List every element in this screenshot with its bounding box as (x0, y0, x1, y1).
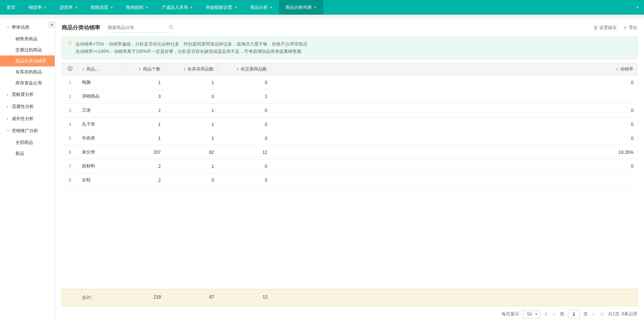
tab-label: 商品分析 (250, 4, 268, 11)
top-tab[interactable]: 商品分析列表× (279, 0, 323, 15)
tip-line-1: 当动销率<70%：动销率偏低，分析是否存在品种过多，特别是同质同类品种过多，或淘… (75, 40, 307, 48)
cell-idx: 4 (62, 117, 78, 131)
set-level-button[interactable]: ☰ 设置级次 (594, 25, 617, 31)
page-input[interactable] (568, 310, 580, 318)
col-count[interactable]: ▲▼商品个数 (122, 63, 165, 76)
sidebar-item[interactable]: 全部商品 (0, 137, 55, 148)
sidebar-group[interactable]: ﹀整体信息 (0, 21, 55, 33)
table-row[interactable]: 1电脑1100 (62, 76, 637, 90)
sort-icon: ▲▼ (138, 68, 141, 71)
top-tab[interactable]: 销货单× (22, 0, 53, 15)
table-row[interactable]: 2滞销商品301 (62, 90, 637, 104)
cell-count: 3 (122, 90, 165, 104)
cell-idx: 8 (62, 173, 78, 187)
table-row[interactable]: 4丸子类1100 (62, 117, 637, 131)
table-row[interactable]: 3卫龙2100 (62, 104, 637, 117)
top-tab[interactable]: 商品分析× (244, 0, 279, 15)
sidebar-item[interactable]: 有库存的商品 (0, 66, 55, 77)
sidebar-group[interactable]: ›成长性分析 (0, 113, 55, 125)
cell-name: 卫龙 (78, 104, 122, 117)
last-page-button[interactable]: >| (599, 312, 604, 317)
export-button[interactable]: ⇪ 导出 (623, 25, 637, 31)
sort-icon: ▲▼ (616, 68, 619, 71)
totals-count: 219 (122, 294, 165, 301)
cell-stock: 1 (165, 76, 218, 90)
col-name[interactable]: ▲▼商品… (78, 63, 122, 76)
next-page-button[interactable]: > (591, 312, 596, 317)
cell-count: 2 (122, 173, 165, 187)
table-row[interactable]: 8女鞋200 (62, 173, 637, 187)
sort-icon: ▲▼ (236, 68, 239, 71)
sidebar-collapse-button[interactable]: « (48, 21, 55, 28)
first-page-button[interactable]: K (544, 312, 548, 317)
close-icon[interactable]: × (146, 5, 148, 10)
close-icon[interactable]: × (314, 5, 316, 10)
cell-stock: 62 (165, 145, 218, 159)
per-page-select[interactable]: 50 (523, 310, 540, 318)
cell-trans: 0 (218, 104, 271, 117)
totals-trans: 13 (218, 294, 271, 301)
sidebar-item[interactable]: 交易过的商品 (0, 44, 55, 55)
sidebar-item[interactable]: 库存资金占用 (0, 77, 55, 88)
table-settings-button[interactable] (62, 63, 78, 76)
top-tab[interactable]: 首页 (0, 0, 22, 15)
close-icon: × (636, 5, 639, 10)
search-input[interactable] (108, 23, 169, 32)
cell-trans: 1 (218, 90, 271, 104)
cell-trans: 0 (218, 117, 271, 131)
search-icon[interactable] (169, 25, 174, 31)
prev-page-button[interactable]: < (552, 312, 556, 317)
cell-name: 电脑 (78, 76, 122, 90)
top-tab[interactable]: 权限设置× (84, 0, 119, 15)
sidebar-group-label: 营销推广分析 (12, 128, 38, 134)
sidebar-group[interactable]: ›贡献度分析 (0, 88, 55, 101)
sidebar-group[interactable]: ›流通性分析 (0, 101, 55, 113)
cell-trans: 0 (218, 76, 271, 90)
set-level-label: 设置级次 (599, 25, 617, 31)
cell-count: 1 (122, 117, 165, 131)
svg-line-1 (172, 28, 173, 29)
close-icon[interactable]: × (75, 5, 77, 10)
spacer (0, 15, 644, 19)
chevron-right-icon: › (7, 117, 10, 121)
sort-icon: ▲▼ (183, 68, 186, 71)
cell-rate: 0 (271, 159, 637, 173)
cell-trans: 0 (218, 173, 271, 187)
cell-name: 原材料 (78, 159, 122, 173)
cell-rate: 0 (271, 117, 637, 131)
close-icon[interactable]: × (270, 5, 272, 10)
table-row[interactable]: 6未分类207621219.35% (62, 145, 637, 159)
close-icon[interactable]: × (44, 5, 46, 10)
col-rate[interactable]: ▲▼动销率 (271, 63, 637, 76)
top-tab[interactable]: 进货单× (53, 0, 84, 15)
table-row[interactable]: 5牛肉类1100 (62, 131, 637, 145)
close-icon[interactable]: × (234, 5, 237, 10)
col-stock[interactable]: ▲▼有库存商品数 (165, 63, 218, 76)
cell-idx: 2 (62, 90, 78, 104)
sidebar-item[interactable]: 商品分类动销率 (0, 55, 55, 66)
tab-label: 商品分析列表 (285, 4, 312, 11)
per-page-label: 每页显示 (501, 311, 519, 317)
cell-count: 2 (122, 159, 165, 173)
close-icon[interactable]: × (190, 5, 193, 10)
page-title: 商品分类动销率 (62, 24, 100, 31)
close-icon[interactable]: × (111, 5, 113, 10)
sidebar-item[interactable]: 销售类商品 (0, 33, 55, 44)
top-tab-bar: 首页销货单×进货单×权限设置×角色授权×产成品入库单×单据模板设置×商品分析×商… (0, 0, 644, 15)
cell-idx: 5 (62, 131, 78, 145)
top-tab[interactable]: 单据模板设置× (199, 0, 243, 15)
close-all-tabs-button[interactable]: × (631, 0, 644, 15)
sidebar-group[interactable]: ﹀营销推广分析 (0, 125, 55, 137)
lightbulb-icon (67, 40, 72, 55)
export-label: 导出 (629, 25, 637, 31)
table-row[interactable]: 7原材料2100 (62, 159, 637, 173)
top-tab[interactable]: 角色授权× (119, 0, 155, 15)
tip-line-2: 当动销率>=100%：动销率高于100%不一定是好事，分析是否存在缺货或是品类不… (75, 48, 307, 55)
main-panel: 商品分类动销率 ☰ 设置级次 ⇪ 导出 (55, 19, 644, 322)
col-trans[interactable]: ▲▼有交易商品数 (218, 63, 271, 76)
sidebar-group-label: 流通性分析 (12, 104, 34, 110)
data-table: ▲▼商品… ▲▼商品个数 ▲▼有库存商品数 ▲▼有交易商品数 ▲▼动销率 1电脑… (62, 63, 637, 187)
cell-count: 207 (122, 145, 165, 159)
sidebar-item[interactable]: 新品 (0, 148, 55, 159)
top-tab[interactable]: 产成品入库单× (155, 0, 199, 15)
